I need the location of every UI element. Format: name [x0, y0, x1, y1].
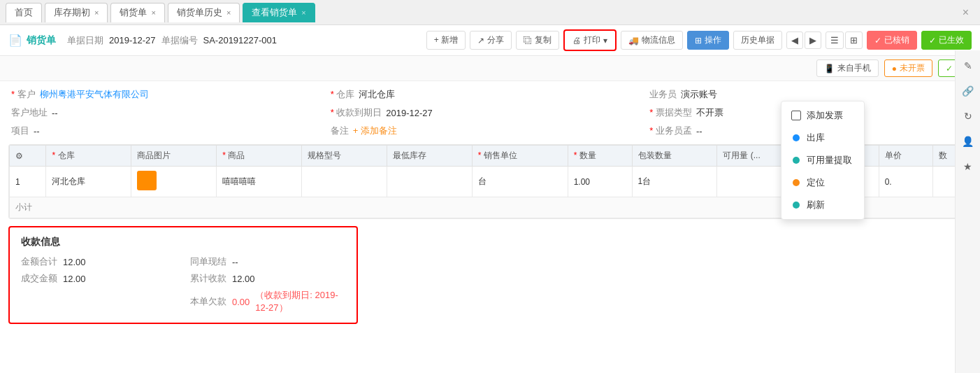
from-phone-button[interactable]: 📱 来自手机	[816, 59, 879, 77]
operate-dropdown-menu: 添加发票 出库 可用量提取 定位	[781, 101, 865, 220]
grid-icon: ⊞	[695, 36, 702, 45]
cell-quantity: 1.00	[568, 167, 632, 197]
address-row: 客户地址 --	[11, 106, 331, 119]
doc-actions: + 新增 ↗ 分享 ⿻ 复制 🖨 打印 ▾ 🚚	[426, 29, 972, 51]
cell-product: 嘻嘻嘻嘻	[217, 167, 302, 197]
copy-icon: ⿻	[524, 36, 532, 45]
check-icon: ✓	[874, 36, 881, 45]
cell-min-stock	[387, 167, 472, 197]
cell-pack-qty: 1台	[632, 167, 717, 197]
col-sales-unit: 销售单位	[472, 146, 568, 167]
tab-sales-history[interactable]: 销货单历史 ×	[168, 3, 240, 22]
check-circle-icon: ✓	[946, 64, 953, 73]
cell-warehouse: 河北仓库	[46, 167, 131, 197]
global-close-button[interactable]: ×	[957, 3, 974, 22]
col-settings[interactable]: ⚙	[10, 146, 46, 167]
current-due-row: 本单欠款 0.00 （收款到期日: 2019-12-27）	[190, 289, 345, 314]
col-min-stock: 最低库存	[387, 146, 472, 167]
history-button[interactable]: 历史单据	[733, 31, 782, 50]
tab-sales[interactable]: 销货单 ×	[110, 3, 164, 22]
due-date-row: 收款到期日 2019-12-27	[331, 106, 650, 119]
cumulative-row: 累计收款 12.00	[190, 272, 345, 285]
next-arrow[interactable]: ▶	[805, 31, 821, 49]
status-cancelled-button[interactable]: ✓ 已核销	[867, 31, 917, 50]
col-product-img: 商品图片	[131, 146, 217, 167]
locate-icon	[791, 178, 801, 188]
project-row: 项目 --	[11, 125, 331, 137]
product-image	[137, 171, 157, 190]
col-spec: 规格型号	[302, 146, 387, 167]
share-icon: ↗	[477, 36, 484, 45]
prev-arrow[interactable]: ◀	[786, 31, 803, 49]
close-tab-inventory[interactable]: ×	[94, 8, 99, 17]
same-order-row: 同单现结 --	[190, 255, 345, 268]
col-warehouse: 仓库	[46, 146, 131, 167]
list-view-button[interactable]: ☰	[826, 31, 844, 49]
nav-arrows: ◀ ▶	[786, 31, 821, 49]
view-icons: ☰ ⊞	[826, 31, 863, 49]
menu-locate[interactable]: 定位	[781, 171, 864, 194]
customer-row: 客户 柳州粤港平安气体有限公司	[11, 88, 331, 101]
grid-view-button[interactable]: ⊞	[845, 31, 863, 49]
share-button[interactable]: ↗ 分享	[470, 31, 512, 50]
doc-icon: 📄	[8, 34, 22, 47]
col-quantity: 数量	[568, 146, 632, 167]
close-tab-sales-history[interactable]: ×	[226, 8, 231, 17]
close-tab-sales[interactable]: ×	[151, 8, 155, 17]
note-row: 备注 + 添加备注	[331, 125, 650, 137]
cell-spec	[302, 167, 387, 197]
menu-refresh[interactable]: 刷新	[781, 194, 864, 216]
staff-row: 业务员 演示账号	[649, 88, 969, 101]
truck-icon: 🚚	[628, 36, 639, 45]
sub-action-bar: 📱 来自手机 ● 未开票 ✓ 已	[0, 56, 980, 81]
outbound-icon	[791, 133, 801, 143]
transaction-row: 成交金额 12.00	[21, 272, 176, 285]
print-dropdown-icon: ▾	[603, 36, 607, 45]
menu-add-invoice[interactable]: 添加发票	[781, 104, 864, 127]
cell-sales-unit: 台	[472, 167, 568, 197]
total-row: 金额合计 12.00	[21, 255, 176, 268]
add-invoice-icon	[791, 111, 801, 120]
not-open-button[interactable]: ● 未开票	[884, 59, 932, 77]
main-content: 📄 销货单 单据日期 2019-12-27 单据编号 SA-20191227-0…	[0, 25, 980, 373]
cell-product-img	[131, 167, 217, 197]
payment-title: 收款信息	[21, 236, 345, 248]
sidebar-person-icon[interactable]: 👤	[958, 132, 978, 151]
close-tab-view-sales[interactable]: ×	[301, 8, 305, 17]
circle-icon: ●	[892, 64, 897, 73]
cell-unit-price: 0.	[879, 167, 932, 197]
tab-bar: 首页 库存期初 × 销货单 × 销货单历史 × 查看销货单 × ×	[0, 0, 980, 25]
sidebar-rotate-icon[interactable]: ↻	[958, 106, 978, 126]
cell-seq: 1	[10, 167, 46, 197]
col-product: 商品	[217, 146, 302, 167]
print-button[interactable]: 🖨 打印 ▾	[565, 31, 614, 49]
sidebar-star-icon[interactable]: ★	[958, 157, 978, 176]
doc-meta: 单据日期 2019-12-27 单据编号 SA-20191227-001	[67, 34, 277, 47]
col-pack-qty: 包装数量	[632, 146, 717, 167]
new-button[interactable]: + 新增	[426, 31, 466, 50]
menu-outbound[interactable]: 出库	[781, 127, 864, 149]
payment-grid: 金额合计 12.00 同单现结 -- 成交金额 12.00 累计收款 12.00	[21, 255, 345, 314]
operate-button[interactable]: ⊞ 操作	[687, 31, 729, 50]
logistics-button[interactable]: 🚚 物流信息	[621, 31, 683, 50]
tab-home[interactable]: 首页	[6, 3, 42, 22]
warehouse-row: 仓库 河北仓库	[331, 88, 650, 101]
check-icon-2: ✓	[929, 36, 936, 45]
phone-icon: 📱	[824, 64, 835, 73]
sidebar-edit-icon[interactable]: ✎	[958, 56, 978, 76]
right-sidebar: ✎ 🔗 ↻ 👤 ★ ⤢	[955, 50, 980, 373]
tab-inventory[interactable]: 库存期初 ×	[45, 3, 108, 22]
doc-title: 📄 销货单	[8, 34, 56, 47]
col-unit-price: 单价	[879, 146, 932, 167]
menu-available-qty[interactable]: 可用量提取	[781, 149, 864, 171]
sidebar-link-icon[interactable]: 🔗	[958, 81, 978, 101]
tab-view-sales[interactable]: 查看销货单 ×	[243, 3, 315, 22]
copy-button[interactable]: ⿻ 复制	[516, 31, 559, 50]
print-operate-highlight: 🖨 打印 ▾	[563, 29, 617, 51]
refresh-icon	[791, 200, 801, 210]
available-qty-icon	[791, 155, 801, 165]
doc-header: 📄 销货单 单据日期 2019-12-27 单据编号 SA-20191227-0…	[0, 25, 980, 56]
payment-info-box: 收款信息 金额合计 12.00 同单现结 -- 成交金额 12.00 累计收款 …	[8, 226, 358, 324]
status-effective-button[interactable]: ✓ 已生效	[921, 31, 972, 50]
print-icon: 🖨	[572, 36, 581, 45]
